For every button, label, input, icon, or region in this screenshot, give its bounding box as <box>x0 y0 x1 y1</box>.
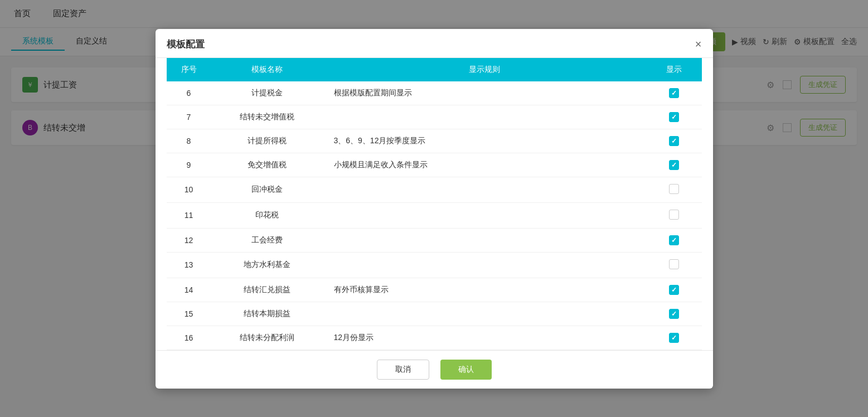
cell-index: 7 <box>167 105 211 129</box>
cell-check <box>646 278 702 302</box>
table-header-row: 序号 模板名称 显示规则 显示 <box>167 58 702 81</box>
cell-rule <box>323 228 646 252</box>
checkbox-12[interactable] <box>669 235 679 245</box>
cell-index: 6 <box>167 81 211 105</box>
checkbox-14[interactable] <box>669 285 679 295</box>
col-header-name: 模板名称 <box>211 58 323 81</box>
table-row: 6计提税金根据模版配置期间显示 <box>167 81 702 105</box>
cell-index: 12 <box>167 228 211 252</box>
checkbox-10[interactable] <box>669 184 679 194</box>
cell-rule: 小规模且满足收入条件显示 <box>323 153 646 177</box>
cell-name: 回冲税金 <box>211 177 323 202</box>
cell-name: 结转汇兑损益 <box>211 278 323 302</box>
cell-name: 印花税 <box>211 202 323 228</box>
table-row: 13地方水利基金 <box>167 252 702 278</box>
table-row: 10回冲税金 <box>167 177 702 202</box>
cell-name: 结转未交增值税 <box>211 105 323 129</box>
table-row: 12工会经费 <box>167 228 702 252</box>
modal-overlay: 模板配置 × 序号 模板名称 显示规则 显示 6计提税金根据模版配置期间显示7结… <box>0 0 868 417</box>
modal-body: 序号 模板名称 显示规则 显示 6计提税金根据模版配置期间显示7结转未交增值税8… <box>156 58 713 350</box>
cell-check <box>646 153 702 177</box>
table-row: 8计提所得税3、6、9、12月按季度显示 <box>167 129 702 153</box>
cell-rule: 3、6、9、12月按季度显示 <box>323 129 646 153</box>
col-header-rule: 显示规则 <box>323 58 646 81</box>
checkbox-16[interactable] <box>669 333 679 343</box>
cell-check <box>646 105 702 129</box>
modal-footer: 取消 确认 <box>156 350 713 389</box>
checkbox-15[interactable] <box>669 309 679 319</box>
cell-check <box>646 252 702 278</box>
checkbox-9[interactable] <box>669 160 679 170</box>
cell-rule: 12月份显示 <box>323 326 646 350</box>
cancel-button[interactable]: 取消 <box>377 360 429 380</box>
checkbox-13[interactable] <box>669 259 679 269</box>
cell-rule <box>323 302 646 326</box>
col-header-index: 序号 <box>167 58 211 81</box>
cell-index: 10 <box>167 177 211 202</box>
cell-name: 工会经费 <box>211 228 323 252</box>
close-icon[interactable]: × <box>695 38 702 50</box>
modal-title: 模板配置 <box>167 38 205 51</box>
cell-name: 地方水利基金 <box>211 252 323 278</box>
cell-rule <box>323 202 646 228</box>
cell-check <box>646 326 702 350</box>
cell-name: 免交增值税 <box>211 153 323 177</box>
cell-index: 13 <box>167 252 211 278</box>
cell-check <box>646 129 702 153</box>
table-row: 16结转未分配利润12月份显示 <box>167 326 702 350</box>
table-row: 9免交增值税小规模且满足收入条件显示 <box>167 153 702 177</box>
cell-check <box>646 177 702 202</box>
col-header-show: 显示 <box>646 58 702 81</box>
cell-rule <box>323 252 646 278</box>
table-row: 7结转未交增值税 <box>167 105 702 129</box>
cell-index: 11 <box>167 202 211 228</box>
cell-index: 16 <box>167 326 211 350</box>
cell-index: 15 <box>167 302 211 326</box>
checkbox-7[interactable] <box>669 112 679 122</box>
table-row: 15结转本期损益 <box>167 302 702 326</box>
cell-rule: 有外币核算显示 <box>323 278 646 302</box>
checkbox-6[interactable] <box>669 88 679 98</box>
confirm-button[interactable]: 确认 <box>440 360 492 380</box>
modal-header: 模板配置 × <box>156 29 713 58</box>
cell-index: 9 <box>167 153 211 177</box>
cell-name: 结转本期损益 <box>211 302 323 326</box>
cell-check <box>646 228 702 252</box>
cell-name: 计提所得税 <box>211 129 323 153</box>
cell-name: 计提税金 <box>211 81 323 105</box>
cell-rule <box>323 177 646 202</box>
cell-rule <box>323 105 646 129</box>
checkbox-8[interactable] <box>669 136 679 146</box>
cell-index: 8 <box>167 129 211 153</box>
config-table: 序号 模板名称 显示规则 显示 6计提税金根据模版配置期间显示7结转未交增值税8… <box>167 58 702 350</box>
cell-check <box>646 81 702 105</box>
checkbox-11[interactable] <box>669 210 679 220</box>
cell-check <box>646 202 702 228</box>
template-config-modal: 模板配置 × 序号 模板名称 显示规则 显示 6计提税金根据模版配置期间显示7结… <box>156 29 713 389</box>
table-row: 11印花税 <box>167 202 702 228</box>
table-row: 14结转汇兑损益有外币核算显示 <box>167 278 702 302</box>
cell-name: 结转未分配利润 <box>211 326 323 350</box>
cell-rule: 根据模版配置期间显示 <box>323 81 646 105</box>
cell-index: 14 <box>167 278 211 302</box>
cell-check <box>646 302 702 326</box>
